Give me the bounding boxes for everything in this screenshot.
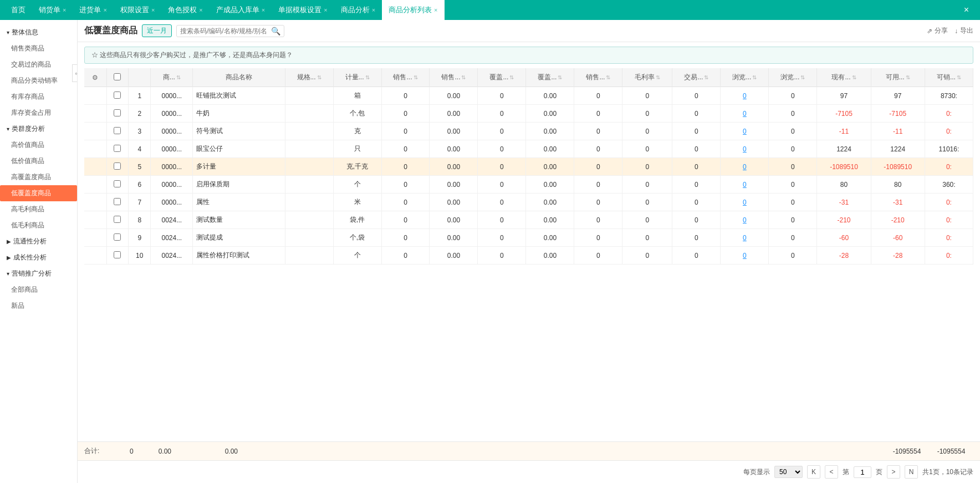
table-cell[interactable]: [106, 87, 129, 105]
gear-icon[interactable]: ⚙: [92, 74, 98, 82]
sidebar-section-cluster[interactable]: ▾ 类群度分析: [0, 121, 77, 137]
sidebar-item-high-coverage[interactable]: 高覆盖度商品: [0, 169, 77, 185]
table-cell[interactable]: [106, 123, 129, 140]
nav-tab-template[interactable]: 单据模板设置 ×: [272, 0, 334, 20]
close-icon[interactable]: ×: [434, 7, 437, 13]
sidebar-section-marketing[interactable]: ▾ 营销推广分析: [0, 266, 77, 282]
sales-c-column-header[interactable]: 销售... ⇅: [574, 68, 622, 87]
table-cell[interactable]: 0: [721, 140, 769, 158]
close-icon[interactable]: ×: [199, 7, 202, 13]
table-cell[interactable]: [106, 247, 129, 265]
table-cell: 测试数量: [193, 211, 285, 229]
table-cell[interactable]: [106, 105, 129, 123]
table-cell[interactable]: [106, 176, 129, 194]
sellable-column-header[interactable]: 可销... ⇅: [925, 68, 973, 87]
window-close-button[interactable]: ×: [957, 5, 976, 15]
nav-tab-analysis[interactable]: 商品分析 ×: [334, 0, 382, 20]
page-number-input[interactable]: [854, 466, 871, 478]
table-cell: 0: [769, 176, 817, 194]
sidebar-item-all-goods[interactable]: 全部商品: [0, 282, 77, 298]
table-cell[interactable]: 0: [721, 87, 769, 105]
select-all-checkbox[interactable]: [114, 73, 121, 80]
sidebar-item-category-turnover[interactable]: 商品分类动销率: [0, 73, 77, 89]
table-cell[interactable]: [106, 194, 129, 211]
nav-tab-purchase[interactable]: 进货单 ×: [73, 0, 113, 20]
period-button[interactable]: 近一月: [142, 24, 172, 37]
sidebar-item-high-margin[interactable]: 高毛利商品: [0, 201, 77, 217]
sort-icon: ⇅: [752, 74, 757, 80]
checkbox-column-header[interactable]: [106, 68, 129, 87]
trade-column-header[interactable]: 交易... ⇅: [672, 68, 721, 87]
settings-column-header[interactable]: ⚙: [84, 68, 106, 87]
table-cell[interactable]: 0: [721, 211, 769, 229]
sales-amt-column-header[interactable]: 销售... ⇅: [430, 68, 478, 87]
export-button[interactable]: ↓ 导出: [955, 26, 973, 35]
table-cell: 0: [574, 194, 622, 211]
nav-tab-warehouse[interactable]: 产成品入库单 ×: [210, 0, 272, 20]
table-cell[interactable]: 0: [721, 194, 769, 211]
code-column-header[interactable]: 商... ⇅: [151, 68, 193, 87]
table-cell: [285, 211, 333, 229]
sidebar-collapse-button[interactable]: «: [72, 64, 78, 82]
table-cell[interactable]: 0: [721, 247, 769, 265]
search-input[interactable]: [180, 27, 269, 35]
nav-tab-analysis-list[interactable]: 商品分析列表 ×: [382, 0, 444, 20]
close-icon[interactable]: ×: [372, 7, 375, 13]
table-cell: 0: [574, 229, 622, 247]
table-cell: -11: [871, 123, 925, 140]
available-column-header[interactable]: 可用... ⇅: [871, 68, 925, 87]
table-cell[interactable]: [106, 140, 129, 158]
table-cell: 0.00: [526, 211, 574, 229]
sidebar-item-traded-goods[interactable]: 交易过的商品: [0, 57, 77, 73]
close-icon[interactable]: ×: [63, 7, 66, 13]
sidebar-item-in-stock[interactable]: 有库存商品: [0, 89, 77, 105]
browse-a-column-header[interactable]: 浏览... ⇅: [721, 68, 769, 87]
nav-tab-sales[interactable]: 销货单 ×: [32, 0, 73, 20]
table-cell: 0:: [925, 211, 973, 229]
unit-column-header[interactable]: 计量... ⇅: [333, 68, 381, 87]
close-icon[interactable]: ×: [151, 7, 155, 13]
prev-page-button[interactable]: <: [825, 465, 838, 479]
sidebar-section-circulation[interactable]: ▶ 流通性分析: [0, 233, 77, 250]
current-column-header[interactable]: 现有... ⇅: [817, 68, 871, 87]
next-page-button[interactable]: >: [887, 465, 900, 479]
table-cell[interactable]: 0: [721, 176, 769, 194]
cover-a-column-header[interactable]: 覆盖... ⇅: [478, 68, 526, 87]
share-button[interactable]: ⇗ 分享: [927, 26, 948, 35]
sidebar-item-sales-goods[interactable]: 销售类商品: [0, 40, 77, 57]
nav-tab-home[interactable]: 首页: [4, 0, 32, 20]
close-icon[interactable]: ×: [324, 7, 327, 13]
table-cell[interactable]: 0: [721, 229, 769, 247]
per-page-select[interactable]: 50 20 100: [774, 466, 803, 478]
gross-column-header[interactable]: 毛利率 ⇅: [622, 68, 672, 87]
sidebar-item-high-value[interactable]: 高价值商品: [0, 137, 77, 153]
sales-qty-column-header[interactable]: 销售... ⇅: [381, 68, 430, 87]
browse-b-column-header[interactable]: 浏览... ⇅: [769, 68, 817, 87]
table-cell: -28: [817, 247, 871, 265]
nav-tab-permissions[interactable]: 权限设置 ×: [114, 0, 161, 20]
search-icon[interactable]: 🔍: [271, 27, 280, 35]
table-cell[interactable]: 0: [721, 105, 769, 123]
last-page-button[interactable]: N: [905, 465, 918, 479]
sidebar-item-low-margin[interactable]: 低毛利商品: [0, 217, 77, 233]
table-cell[interactable]: 0: [721, 158, 769, 176]
close-icon[interactable]: ×: [103, 7, 106, 13]
sidebar-item-low-value[interactable]: 低价值商品: [0, 153, 77, 169]
table-cell[interactable]: [106, 229, 129, 247]
sidebar-section-growth[interactable]: ▶ 成长性分析: [0, 250, 77, 266]
sidebar-section-overall[interactable]: ▾ 整体信息: [0, 24, 77, 40]
table-cell: 0: [622, 158, 672, 176]
table-cell[interactable]: [106, 211, 129, 229]
close-icon[interactable]: ×: [262, 7, 265, 13]
sidebar-item-stock-capital[interactable]: 库存资金占用: [0, 105, 77, 121]
nav-tab-roles[interactable]: 角色授权 ×: [161, 0, 209, 20]
spec-column-header[interactable]: 规格... ⇅: [285, 68, 333, 87]
table-cell[interactable]: [106, 158, 129, 176]
table-cell[interactable]: 0: [721, 123, 769, 140]
cover-b-column-header[interactable]: 覆盖... ⇅: [526, 68, 574, 87]
sidebar-item-low-coverage[interactable]: 低覆盖度商品: [0, 185, 77, 201]
first-page-button[interactable]: K: [807, 465, 820, 479]
sidebar-item-new-goods[interactable]: 新品: [0, 298, 77, 314]
table-cell: 克: [333, 123, 381, 140]
table-cell: 0.00: [526, 247, 574, 265]
